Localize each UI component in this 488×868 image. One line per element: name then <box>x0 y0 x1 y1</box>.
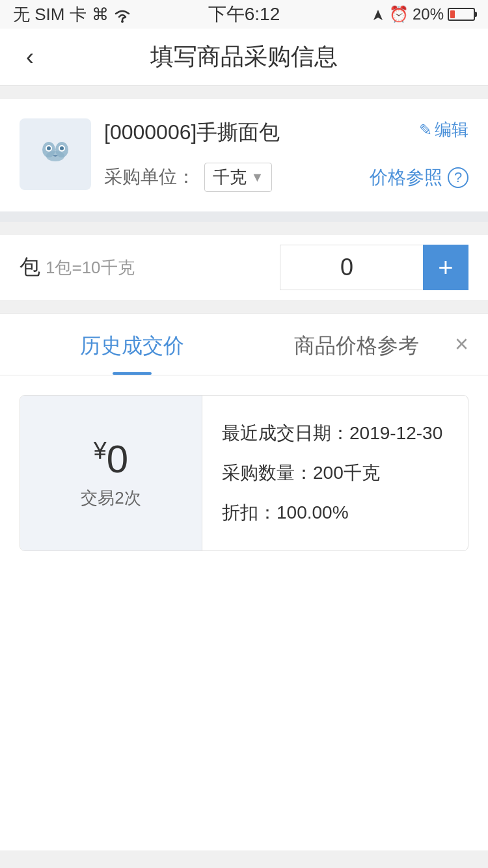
product-info: [0000006]手撕面包 ✎ 编辑 采购单位： 千克 ▼ 价格参照 ? <box>104 118 468 192</box>
svg-marker-1 <box>373 10 383 20</box>
quantity-unit-convert: 1包=10千克 <box>46 256 135 279</box>
product-unit-row: 采购单位： 千克 ▼ 价格参照 ? <box>104 163 468 192</box>
product-card: [0000006]手撕面包 ✎ 编辑 采购单位： 千克 ▼ 价格参照 ? <box>0 99 488 211</box>
tab-content: ¥0 交易2次 最近成交日期：2019-12-30 采购数量：200千克 折扣：… <box>0 395 488 850</box>
history-details: 最近成交日期：2019-12-30 采购数量：200千克 折扣：100.00% <box>202 396 468 550</box>
history-discount-value: 100.00% <box>277 502 349 522</box>
history-recent-date-label: 最近成交日期： <box>222 423 349 443</box>
edit-button[interactable]: ✎ 编辑 <box>419 118 468 141</box>
tab-product-price-ref[interactable]: 商品价格参考 <box>244 314 468 375</box>
history-purchase-qty-value: 200千克 <box>313 463 380 483</box>
edit-label: 编辑 <box>435 118 468 141</box>
price-ref-button[interactable]: 价格参照 ? <box>370 165 468 190</box>
battery-icon <box>448 8 475 21</box>
history-price-value: ¥0 <box>94 437 128 481</box>
currency-symbol: ¥ <box>94 437 107 464</box>
price-number: 0 <box>107 437 128 481</box>
tab-active-indicator <box>113 372 152 375</box>
status-left: 无 SIM 卡 ⌘ <box>13 3 131 26</box>
svg-point-0 <box>121 20 124 23</box>
carrier-text: 无 SIM 卡 <box>13 3 87 26</box>
tab-product-price-label: 商品价格参考 <box>294 334 419 357</box>
product-name: [0000006]手撕面包 <box>104 118 280 147</box>
tabs-header: 历史成交价 商品价格参考 × <box>0 314 488 375</box>
product-thumb-icon <box>36 131 75 178</box>
history-card: ¥0 交易2次 最近成交日期：2019-12-30 采购数量：200千克 折扣：… <box>20 395 468 551</box>
svg-point-7 <box>60 146 64 150</box>
unit-select[interactable]: 千克 ▼ <box>204 163 272 192</box>
product-header: [0000006]手撕面包 ✎ 编辑 <box>104 118 468 147</box>
edit-icon: ✎ <box>419 121 432 139</box>
tab-history-label: 历史成交价 <box>80 334 184 357</box>
tab-history-price[interactable]: 历史成交价 <box>20 314 244 375</box>
history-purchase-qty: 采购数量：200千克 <box>222 459 448 488</box>
quantity-input[interactable] <box>280 245 423 290</box>
nav-bar: ‹ 填写商品采购信息 <box>0 29 488 86</box>
quantity-controls: + <box>280 245 468 290</box>
history-discount: 折扣：100.00% <box>222 498 448 528</box>
unit-label: 采购单位： <box>104 167 195 187</box>
price-ref-help-icon: ? <box>448 167 468 188</box>
unit-left: 采购单位： 千克 ▼ <box>104 163 272 192</box>
history-recent-date-value: 2019-12-30 <box>349 423 442 443</box>
alarm-icon: ⏰ <box>389 5 409 23</box>
history-price-summary: ¥0 交易2次 <box>20 396 202 550</box>
history-trade-count: 交易2次 <box>81 487 141 509</box>
quantity-plus-button[interactable]: + <box>423 245 468 290</box>
quantity-section: 包 1包=10千克 + <box>0 235 488 300</box>
back-button[interactable]: ‹ <box>20 37 40 77</box>
history-discount-label: 折扣： <box>222 502 277 522</box>
gps-icon <box>371 5 385 23</box>
quantity-unit-name: 包 <box>20 253 40 282</box>
page-title: 填写商品采购信息 <box>150 41 338 73</box>
status-right: ⏰ 20% <box>371 5 475 23</box>
unit-value: 千克 <box>213 166 247 189</box>
history-recent-date: 最近成交日期：2019-12-30 <box>222 419 448 448</box>
tabs-close-button[interactable]: × <box>448 324 475 364</box>
status-time: 下午6:12 <box>208 2 280 27</box>
battery-percent: 20% <box>413 5 444 23</box>
product-thumbnail <box>20 118 91 190</box>
svg-point-6 <box>47 146 51 150</box>
section-divider <box>0 211 488 222</box>
history-purchase-qty-label: 采购数量： <box>222 463 313 483</box>
price-ref-label: 价格参照 <box>370 165 442 190</box>
dropdown-arrow-icon: ▼ <box>251 170 264 185</box>
tabs-section: 历史成交价 商品价格参考 × ¥0 交易2次 最近成交日期：2019-12-30… <box>0 313 488 850</box>
wifi-icon: ⌘ <box>92 5 131 25</box>
status-bar: 无 SIM 卡 ⌘ 下午6:12 ⏰ 20% <box>0 0 488 29</box>
